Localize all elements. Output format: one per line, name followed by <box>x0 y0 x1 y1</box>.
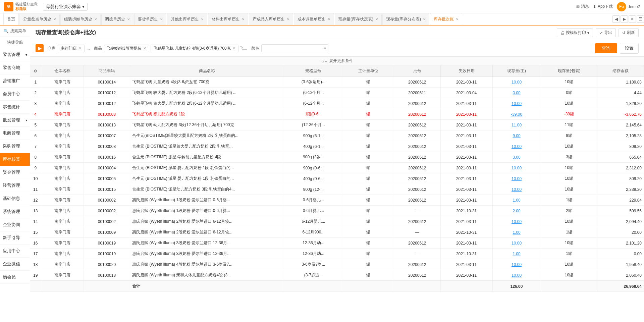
sidebar-item-label: 营销推广 <box>3 78 20 84</box>
messages-button[interactable]: ✉ 消息 <box>576 4 589 9</box>
cell-stock-main[interactable]: -39.00 <box>492 109 541 120</box>
sidebar-item-appcenter[interactable]: 应用中心 <box>0 245 30 258</box>
cell-stock-main[interactable]: 10.00 <box>492 163 541 173</box>
cell-stock-main[interactable]: 1.00 <box>492 195 541 206</box>
cell-unit: 罐 <box>343 120 394 130</box>
sidebar-item-basic[interactable]: 基础信息 <box>0 192 30 205</box>
sidebar-item-cooperation[interactable]: 企业协同 <box>0 218 30 231</box>
sidebar-item-retail[interactable]: 零售管理▾ <box>0 48 30 61</box>
cell-expire: 2021-03-04 <box>440 88 492 98</box>
cell-stock-main[interactable]: 11.00 <box>492 120 541 130</box>
tab-pi-ci[interactable]: 库存批次账 ✕ <box>430 13 462 25</box>
tab-xian-cun-ku[interactable]: 现存量(库存状况表) ✕ <box>335 13 382 25</box>
tab-close-icon[interactable]: ✕ <box>242 17 245 21</box>
tab-close-icon[interactable]: ✕ <box>328 17 330 21</box>
tab-close-icon[interactable]: ✕ <box>53 17 56 21</box>
cell-expire: 2021-03-11 <box>440 259 492 270</box>
sidebar-item-system[interactable]: 系统管理 <box>0 205 30 218</box>
col-settings[interactable]: ⚙ <box>30 65 41 77</box>
tab-close-all-button[interactable]: ✕ <box>629 15 636 23</box>
tab-close-icon[interactable]: ✕ <box>127 17 130 21</box>
sidebar-search-button[interactable]: 🔍 搜索菜单 <box>0 25 30 37</box>
tab-qi-ta[interactable]: 其他出库单历史 ✕ <box>167 13 207 25</box>
cell-spec: 400g (6-1... <box>284 141 343 152</box>
warehouse-tag[interactable]: 南岸门店 ✕ <box>58 45 85 52</box>
sidebar-item-wholesale[interactable]: 批发管理▾ <box>0 114 30 127</box>
cell-expire: 2021-10-31 <box>440 227 492 238</box>
sidebar-item-ecommerce[interactable]: 电商管理 <box>0 127 30 140</box>
cell-stock-main[interactable]: 1.00 <box>492 227 541 238</box>
query-button[interactable]: 查询 <box>595 43 617 53</box>
tab-diao-bo[interactable]: 调拨单历史 ✕ <box>101 13 133 25</box>
product-tag-1[interactable]: 飞鹤奶粉3段两提装 ✕ <box>104 45 149 52</box>
sidebar-item-finance[interactable]: 资金管理 <box>0 166 30 179</box>
tab-close-icon[interactable]: ✕ <box>160 17 163 21</box>
tab-cheng-ben[interactable]: 成本调整单历史 ✕ <box>294 13 334 25</box>
sidebar-item-marketing[interactable]: 营销推广 <box>0 74 30 88</box>
cell-stock-main[interactable]: 2.00 <box>492 206 541 216</box>
cell-name: 合生元 (BIOSTIME) 派星幼儿配方奶粉 3段 乳铁蛋白的4... <box>130 184 284 195</box>
sidebar-quick-nav[interactable]: 快捷导航 <box>0 37 30 48</box>
cell-stock-pkg: -39罐 <box>541 109 597 120</box>
breadcrumb-select[interactable]: 母婴行业演示账套 ▾ <box>43 3 88 11</box>
cell-stock-main[interactable]: 10.00 <box>492 141 541 152</box>
cell-unit: 罐 <box>343 163 394 173</box>
product-filter-more[interactable]: 飞... <box>240 46 247 51</box>
product-tag-2[interactable]: 飞鹤星飞帆 儿童奶粉 4段(3-6岁适用) 700克 ✕ <box>151 45 238 52</box>
tab-close-icon[interactable]: ✕ <box>94 17 97 21</box>
tab-fen-pan[interactable]: 分量盘点单历史 ✕ <box>19 13 60 25</box>
tab-close-icon[interactable]: ✕ <box>375 17 378 21</box>
tag-close-icon[interactable]: ✕ <box>143 46 146 51</box>
tab-chan-pin[interactable]: 产成品入库单历史 ✕ <box>249 13 293 25</box>
sidebar-item-newguide[interactable]: 新手引导 <box>0 231 30 245</box>
color-filter-input[interactable]: ▾ <box>261 44 328 52</box>
cell-stock-main[interactable]: 9.00 <box>492 130 541 141</box>
cell-stock-main[interactable]: 1.00 <box>492 249 541 259</box>
tag-close-icon[interactable]: ✕ <box>232 46 235 51</box>
cell-stock-main[interactable]: 3.00 <box>492 152 541 163</box>
tab-next-button[interactable]: ▶ <box>621 15 628 23</box>
tab-prev-button[interactable]: ◀ <box>612 15 620 23</box>
tab-close-icon[interactable]: ✕ <box>287 17 289 21</box>
sidebar-item-retail-shop[interactable]: 零售商城 <box>0 61 30 74</box>
cell-stock-main[interactable]: 0.00 <box>492 88 541 98</box>
tab-close-icon[interactable]: ✕ <box>456 17 459 21</box>
cell-stock-main[interactable]: 10.00 <box>492 216 541 227</box>
tab-yao-huo[interactable]: 要货单历史 ✕ <box>134 13 166 25</box>
printer-icon: 🖨 <box>560 31 565 35</box>
tab-close-icon[interactable]: ✕ <box>201 17 204 21</box>
tab-cai-liao[interactable]: 材料出库单历史 ✕ <box>208 13 248 25</box>
sidebar-item-wechat[interactable]: 企业微信 <box>0 258 30 271</box>
sidebar-item-stats[interactable]: 零售统计 <box>0 101 30 114</box>
cell-stock-main[interactable]: 10.00 <box>492 173 541 184</box>
print-button[interactable]: 🖨 按模板打印 ▾ <box>557 28 593 37</box>
user-profile[interactable]: Ea demo2 <box>617 2 640 11</box>
tab-bar: 首页 分量盘点单历史 ✕ 组装拆卸单历史 ✕ 调拨单历史 ✕ 要货单历史 ✕ 其… <box>0 13 644 25</box>
tag-close-icon[interactable]: ✕ <box>78 46 82 51</box>
cell-stock-main[interactable]: 10.00 <box>492 184 541 195</box>
sidebar-item-inventory[interactable]: 库存核算 <box>0 153 30 166</box>
filter-expand-button[interactable]: ▶ <box>36 44 44 52</box>
cell-stock-main[interactable]: 10.00 <box>492 98 541 109</box>
sidebar-item-operations[interactable]: 经营管理 <box>0 179 30 192</box>
export-button[interactable]: ↗ 导出 <box>596 28 616 37</box>
sidebar-item-purchase[interactable]: 采购管理 <box>0 140 30 153</box>
tab-xian-cun-fen[interactable]: 现存量(库存分布表) ✕ <box>382 13 429 25</box>
cell-stock-main[interactable]: 10.00 <box>492 238 541 249</box>
tab-menu-button[interactable]: ☰ <box>637 15 644 23</box>
app-download-button[interactable]: ⬇ App下载 <box>593 4 613 9</box>
refresh-button[interactable]: ↺ 刷新 <box>619 28 639 37</box>
tab-zu-chai[interactable]: 组装拆卸单历史 ✕ <box>60 13 101 25</box>
cell-expire: 2021-03-11 <box>440 120 492 130</box>
settings-button[interactable]: 设置 <box>620 43 639 54</box>
cell-stock-main[interactable]: 10.00 <box>492 77 541 88</box>
sidebar-item-member[interactable]: 会员中心 <box>0 88 30 101</box>
expand-more-button[interactable]: ⌄⌄ 展开更多条件 <box>321 58 353 64</box>
tab-close-icon[interactable]: ✕ <box>423 17 426 21</box>
cell-stock-main[interactable]: 10.00 <box>492 270 541 281</box>
tab-home[interactable]: 首页 <box>3 13 19 25</box>
sidebar-item-vip[interactable]: 畅会员 <box>0 271 30 284</box>
cell-stock-main[interactable]: 10.00 <box>492 259 541 270</box>
warehouse-filter-more[interactable]: ... <box>87 46 90 51</box>
sidebar-item-label: 企业微信 <box>3 261 20 267</box>
